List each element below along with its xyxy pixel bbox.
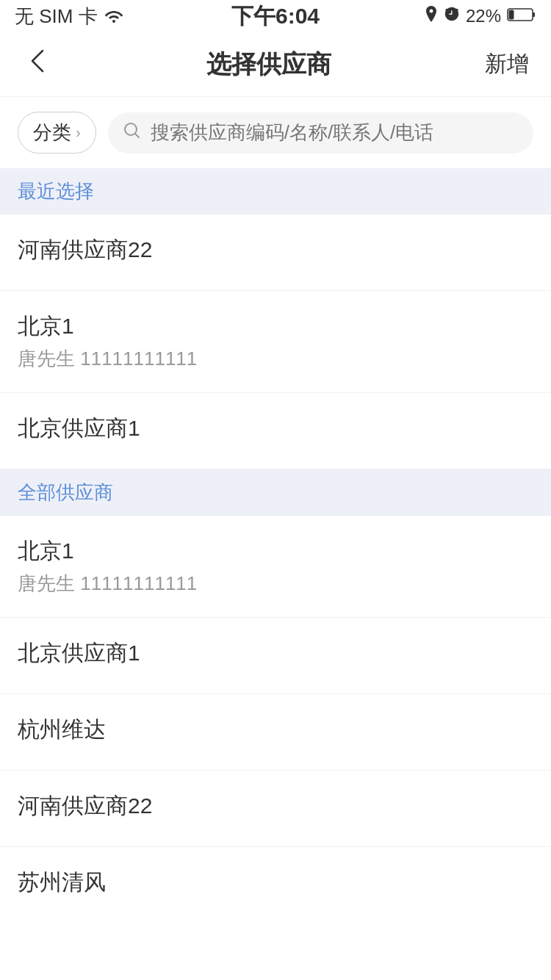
back-button[interactable] [22, 40, 53, 88]
list-item-name: 河南供应商22 [18, 791, 533, 821]
category-label: 分类 [33, 120, 71, 145]
search-input[interactable] [151, 121, 519, 144]
list-item-name: 北京供应商1 [18, 414, 533, 444]
list-item[interactable]: 北京1唐先生 11111111111 [0, 291, 551, 393]
svg-rect-2 [509, 10, 514, 20]
status-carrier-wifi: 无 SIM 卡 [15, 4, 124, 29]
list-item[interactable]: 苏州清风 [0, 847, 551, 923]
list-item-name: 北京供应商1 [18, 638, 533, 669]
section-header-all: 全部供应商 [0, 469, 551, 516]
section-header-recent: 最近选择 [0, 168, 551, 215]
nav-bar: 选择供应商 新增 [0, 32, 551, 97]
list-item-name: 北京1 [18, 536, 533, 566]
status-time: 下午6:04 [231, 1, 320, 32]
list-item[interactable]: 北京供应商1 [0, 393, 551, 469]
list-item[interactable]: 北京供应商1 [0, 618, 551, 694]
search-box [108, 112, 533, 154]
sections-container: 最近选择河南供应商22北京1唐先生 11111111111北京供应商1全部供应商… [0, 168, 551, 923]
carrier-label: 无 SIM 卡 [15, 4, 98, 29]
filter-bar: 分类 › [0, 97, 551, 168]
battery-label: 22% [466, 6, 501, 26]
status-right: 22% [425, 6, 536, 26]
category-filter[interactable]: 分类 › [18, 112, 96, 154]
location-icon [425, 6, 438, 26]
list-item-name: 河南供应商22 [18, 235, 533, 265]
list-item-name: 杭州维达 [18, 715, 533, 745]
chevron-right-icon: › [76, 124, 81, 141]
page-title: 选择供应商 [206, 48, 331, 82]
battery-icon [507, 6, 536, 26]
wifi-icon [104, 5, 124, 28]
add-button[interactable]: 新增 [485, 49, 529, 79]
svg-rect-1 [533, 12, 535, 17]
list-item-name: 苏州清风 [18, 868, 533, 898]
list-item-sub: 唐先生 11111111111 [18, 571, 533, 597]
list-item[interactable]: 河南供应商22 [0, 771, 551, 847]
list-item[interactable]: 北京1唐先生 11111111111 [0, 516, 551, 618]
search-icon [123, 121, 142, 145]
list-item[interactable]: 杭州维达 [0, 694, 551, 771]
list-item[interactable]: 河南供应商22 [0, 215, 551, 291]
list-item-sub: 唐先生 11111111111 [18, 346, 533, 372]
list-item-name: 北京1 [18, 311, 533, 342]
status-bar: 无 SIM 卡 下午6:04 22% [0, 0, 551, 32]
alarm-icon [444, 6, 460, 26]
